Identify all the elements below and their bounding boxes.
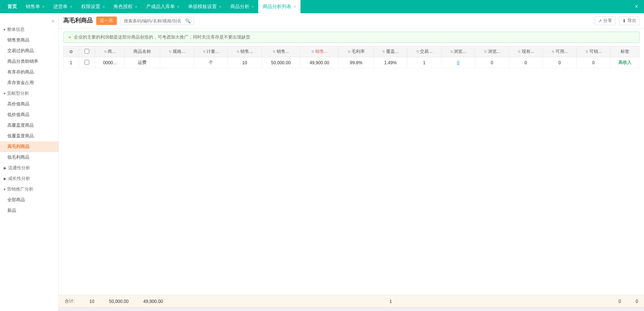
nav-templates-close[interactable]: × [219,4,221,9]
export-button[interactable]: ⬇ 导出 [619,16,640,25]
cell-sellable: 0 [576,57,610,68]
col-unit-header[interactable]: 计量... [194,46,228,57]
sidebar-item-high-coverage[interactable]: 高覆盖度商品 [0,120,58,131]
export-icon: ⬇ [622,18,626,23]
cell-views1[interactable]: 0 [441,57,475,68]
nav-analysis-list-close[interactable]: × [294,4,296,9]
footer-transaction: 1 [389,299,392,304]
col-views1-header[interactable]: 浏览... [441,46,475,57]
filter-period-button[interactable]: 近一月 [96,17,117,25]
cell-tag: 高收入 [610,57,639,68]
nav-permissions[interactable]: 权限设置 × [77,0,109,13]
nav-home[interactable]: 首页 [3,0,21,13]
nav-roles[interactable]: 角色授权 × [109,0,141,13]
cell-sales-amount: 50,000.00 [262,57,300,68]
nav-permissions-close[interactable]: × [102,4,105,9]
nav-inventory-close[interactable]: × [177,4,179,9]
sidebar-item-low-value[interactable]: 低价值商品 [0,109,58,120]
close-all-button[interactable]: × [632,3,641,10]
sidebar-group-overall[interactable]: ▾ 整体信息 [0,24,58,35]
col-gross-margin-header[interactable]: 毛利率 [339,46,374,57]
cell-current-stock: 0 [509,57,543,68]
cell-sales-qty: 10 [228,57,262,68]
footer-label: 合计: [65,298,75,304]
sidebar-item-new-goods[interactable]: 新品 [0,205,58,216]
table-area[interactable]: ⚙ 商... 商品名称 规格... 计量... 销售... 销售... 销售..… [59,46,644,295]
cell-coverage: 1.49% [374,57,407,68]
cell-spec [160,57,194,68]
nav-analysis-list[interactable]: 商品分析列表 × [258,0,300,13]
col-sales-amount-header[interactable]: 销售... [262,46,300,57]
nav-purchase-close[interactable]: × [70,4,72,9]
cell-sales-cost: 49,900.00 [300,57,339,68]
footer-current-stock: 0 [619,299,621,304]
footer-sales-qty: 10 [89,299,94,304]
table-row: 1 0000... 运费 个 10 50,000.00 49,900.00 99… [64,57,640,68]
info-banner: ✦ 企业的主要的利润都是这部分商品创造的，可考虑加大推广，同时关注库存是不要出现… [63,32,640,43]
nav-analysis[interactable]: 商品分析 × [226,0,258,13]
cell-num: 1 [64,57,79,68]
sidebar-group-marketing-arrow: ▾ [4,187,6,191]
footer-bar: 合计: 10 50,000.00 49,900.00 1 0 0 [59,295,644,307]
share-button[interactable]: ↗ 分享 [595,16,615,25]
sidebar-item-high-margin[interactable]: 高毛利商品 [0,141,58,152]
col-code-header[interactable]: 商... [95,46,125,57]
cell-code: 0000... [95,57,125,68]
sidebar-item-high-value[interactable]: 高价值商品 [0,99,58,109]
sidebar-group-liquidity-arrow: ▶ [4,166,7,170]
row-checkbox[interactable] [84,60,89,65]
nav-inventory[interactable]: 产成品入库单 × [142,0,184,13]
col-sales-cost-header[interactable]: 销售... [300,46,339,57]
sidebar-item-stock-capital[interactable]: 库存资金占用 [0,77,58,88]
col-transaction-header[interactable]: 交易... [407,46,441,57]
footer-available: 0 [636,299,638,304]
content-panel: 高毛利商品 近一月 🔍 ↗ 分享 ⬇ 导出 ✦ 企业的主要的利润都是这部分商品创… [59,13,644,311]
sidebar-item-low-coverage[interactable]: 低覆盖度商品 [0,131,58,141]
search-icon[interactable]: 🔍 [185,18,191,23]
search-input[interactable] [124,18,183,23]
cell-name: 运费 [125,57,160,68]
data-table: ⚙ 商... 商品名称 规格... 计量... 销售... 销售... 销售..… [63,46,640,68]
nav-roles-close[interactable]: × [135,4,137,9]
sidebar-group-contribution-arrow: ▾ [4,91,6,95]
sidebar-group-marketing[interactable]: ▾ 营销推广分析 [0,184,58,195]
col-name-header[interactable]: 商品名称 [125,46,160,57]
sidebar-group-growth[interactable]: ▶ 成长性分析 [0,173,58,184]
sidebar-group-growth-arrow: ▶ [4,177,7,181]
col-views2-header[interactable]: 浏览... [475,46,509,57]
col-sellable-header[interactable]: 可销... [576,46,610,57]
sidebar-item-traded-goods[interactable]: 交易过的商品 [0,46,58,56]
nav-templates[interactable]: 单据模板设置 × [184,0,226,13]
nav-purchase[interactable]: 进货单 × [49,0,76,13]
col-tag-header[interactable]: 标签 [610,46,639,57]
panel-header: 高毛利商品 近一月 🔍 ↗ 分享 ⬇ 导出 [59,13,644,29]
col-available-header[interactable]: 可用... [543,46,576,57]
footer-sales-amount: 50,000.00 [109,299,129,304]
search-box[interactable]: 🔍 [120,17,194,25]
sidebar-item-category-rate[interactable]: 商品分类助销率 [0,56,58,67]
sidebar-item-all-goods[interactable]: 全部商品 [0,195,58,205]
nav-analysis-close[interactable]: × [252,4,254,9]
nav-sales-close[interactable]: × [42,4,44,9]
sidebar-collapse-button[interactable]: « [50,18,56,24]
top-nav: 首页 销售单 × 进货单 × 权限设置 × 角色授权 × 产成品入库单 × 单据… [0,0,644,13]
col-check-header[interactable] [79,46,95,57]
col-spec-header[interactable]: 规格... [160,46,194,57]
col-current-stock-header[interactable]: 现有... [509,46,543,57]
panel-title: 高毛利商品 [63,17,93,25]
nav-sales[interactable]: 销售单 × [21,0,49,13]
sidebar-group-contribution[interactable]: ▾ 贡献型分析 [0,88,58,99]
col-settings[interactable]: ⚙ [64,46,79,57]
select-all-checkbox[interactable] [84,49,89,54]
sidebar-item-low-margin[interactable]: 低毛利商品 [0,152,58,163]
cell-transaction: 1 [407,57,441,68]
cell-available: 0 [543,57,576,68]
sidebar-item-sales-goods[interactable]: 销售类商品 [0,35,58,46]
cell-check[interactable] [79,57,95,68]
sidebar-item-stocked-goods[interactable]: 有库存的商品 [0,67,58,77]
horizontal-scrollbar[interactable] [59,307,644,311]
main-area: « ▾ 整体信息 销售类商品 交易过的商品 商品分类助销率 有库存的商品 库存资… [0,13,644,311]
col-sales-qty-header[interactable]: 销售... [228,46,262,57]
sidebar-group-liquidity[interactable]: ▶ 流通性分析 [0,163,58,173]
col-coverage-header[interactable]: 覆盖... [374,46,407,57]
